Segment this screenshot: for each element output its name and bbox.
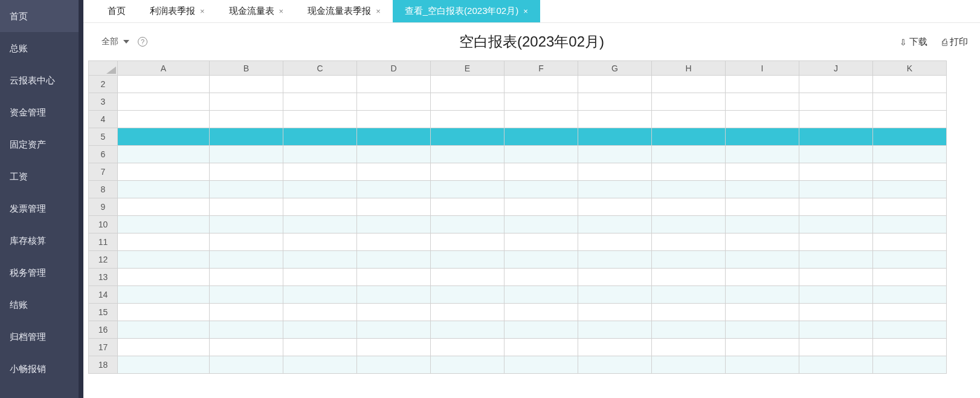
sidebar-item[interactable]: 发票管理	[0, 192, 79, 224]
cell[interactable]	[652, 304, 726, 321]
cell[interactable]	[118, 304, 210, 321]
column-header[interactable]: B	[210, 61, 283, 76]
column-header[interactable]: J	[799, 61, 873, 76]
cell[interactable]	[210, 269, 283, 286]
cell[interactable]	[210, 93, 283, 111]
cell[interactable]	[505, 163, 578, 181]
cell[interactable]	[799, 321, 873, 339]
cell[interactable]	[210, 321, 283, 339]
sidebar-scrollbar[interactable]	[79, 0, 83, 398]
cell[interactable]	[431, 304, 505, 321]
cell[interactable]	[873, 181, 947, 198]
cell[interactable]	[118, 251, 210, 269]
row-header[interactable]: 5	[89, 128, 118, 146]
sidebar-item[interactable]: 资金管理	[0, 96, 79, 128]
cell[interactable]	[431, 269, 505, 286]
cell[interactable]	[431, 163, 505, 181]
cell[interactable]	[726, 76, 799, 93]
cell[interactable]	[726, 93, 799, 111]
cell[interactable]	[578, 198, 652, 216]
cell[interactable]	[873, 111, 947, 128]
cell[interactable]	[799, 251, 873, 269]
cell[interactable]	[726, 286, 799, 304]
filter-dropdown[interactable]: 全部 ?	[102, 36, 147, 47]
cell[interactable]	[652, 286, 726, 304]
tab[interactable]: 首页	[95, 0, 138, 22]
cell[interactable]	[652, 76, 726, 93]
tab[interactable]: 利润表季报×	[138, 0, 217, 22]
cell[interactable]	[118, 111, 210, 128]
row-header[interactable]: 7	[89, 163, 118, 181]
close-icon[interactable]: ×	[200, 7, 205, 16]
cell[interactable]	[357, 198, 431, 216]
cell[interactable]	[505, 111, 578, 128]
column-header[interactable]: E	[431, 61, 505, 76]
cell[interactable]	[652, 181, 726, 198]
cell[interactable]	[799, 76, 873, 93]
cell[interactable]	[726, 321, 799, 339]
cell[interactable]	[210, 286, 283, 304]
cell[interactable]	[210, 216, 283, 233]
cell[interactable]	[357, 146, 431, 163]
cell[interactable]	[652, 93, 726, 111]
cell[interactable]	[210, 181, 283, 198]
cell[interactable]	[873, 286, 947, 304]
cell[interactable]	[283, 321, 357, 339]
cell[interactable]	[578, 146, 652, 163]
sidebar-item[interactable]: 结账	[0, 289, 79, 321]
cell[interactable]	[210, 128, 283, 146]
cell[interactable]	[799, 111, 873, 128]
cell[interactable]	[210, 339, 283, 356]
cell[interactable]	[726, 181, 799, 198]
cell[interactable]	[118, 356, 210, 374]
close-icon[interactable]: ×	[376, 7, 381, 16]
cell[interactable]	[799, 356, 873, 374]
sidebar-item[interactable]: 工资	[0, 160, 79, 192]
cell[interactable]	[431, 339, 505, 356]
tab[interactable]: 现金流量表×	[217, 0, 296, 22]
cell[interactable]	[799, 216, 873, 233]
sidebar-item[interactable]: 固定资产	[0, 128, 79, 160]
cell[interactable]	[357, 128, 431, 146]
sidebar-item[interactable]: 首页	[0, 0, 79, 32]
cell[interactable]	[357, 163, 431, 181]
cell[interactable]	[505, 198, 578, 216]
cell[interactable]	[505, 181, 578, 198]
cell[interactable]	[505, 286, 578, 304]
cell[interactable]	[578, 304, 652, 321]
cell[interactable]	[799, 181, 873, 198]
cell[interactable]	[283, 146, 357, 163]
cell[interactable]	[652, 198, 726, 216]
cell[interactable]	[118, 286, 210, 304]
cell[interactable]	[431, 321, 505, 339]
cell[interactable]	[799, 93, 873, 111]
cell[interactable]	[873, 163, 947, 181]
row-header[interactable]: 6	[89, 146, 118, 163]
cell[interactable]	[118, 181, 210, 198]
cell[interactable]	[578, 269, 652, 286]
cell[interactable]	[357, 233, 431, 251]
print-button[interactable]: 打印	[942, 36, 968, 48]
cell[interactable]	[578, 251, 652, 269]
select-all-corner[interactable]	[89, 61, 118, 76]
cell[interactable]	[431, 111, 505, 128]
cell[interactable]	[431, 93, 505, 111]
cell[interactable]	[726, 128, 799, 146]
help-icon[interactable]: ?	[138, 37, 147, 47]
cell[interactable]	[799, 146, 873, 163]
row-header[interactable]: 18	[89, 356, 118, 374]
cell[interactable]	[283, 233, 357, 251]
cell[interactable]	[118, 269, 210, 286]
cell[interactable]	[578, 111, 652, 128]
cell[interactable]	[578, 356, 652, 374]
cell[interactable]	[799, 339, 873, 356]
cell[interactable]	[873, 76, 947, 93]
cell[interactable]	[652, 356, 726, 374]
close-icon[interactable]: ×	[279, 7, 284, 16]
column-header[interactable]: C	[283, 61, 357, 76]
cell[interactable]	[505, 233, 578, 251]
cell[interactable]	[210, 111, 283, 128]
cell[interactable]	[283, 93, 357, 111]
column-header[interactable]: H	[652, 61, 726, 76]
cell[interactable]	[873, 128, 947, 146]
